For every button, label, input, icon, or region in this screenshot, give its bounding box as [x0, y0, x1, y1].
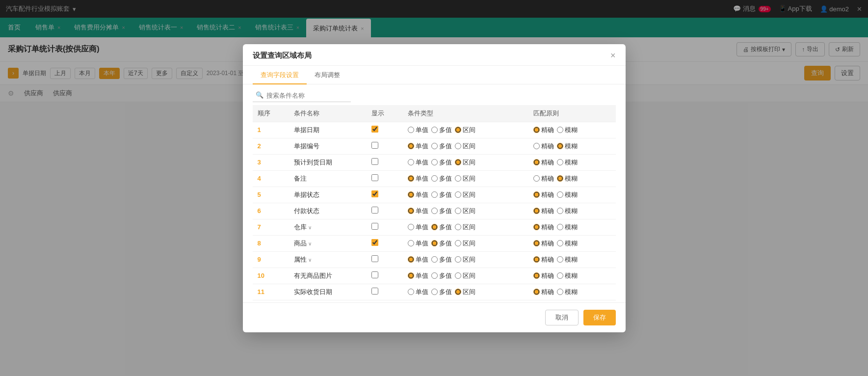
dialog-close-button[interactable]: × [610, 51, 616, 60]
tab-layout-adjust[interactable]: 布局调整 [307, 66, 348, 84]
settings-dialog: 设置查询区域布局 × 查询字段设置 布局调整 🔍 顺序 条件名称 显示 条件类型 [243, 44, 626, 103]
dialog-title: 设置查询区域布局 [253, 51, 312, 60]
dialog-header: 设置查询区域布局 × [243, 44, 626, 66]
tab-query-fields[interactable]: 查询字段设置 [253, 66, 307, 84]
search-box: 🔍 [243, 84, 626, 103]
search-icon: 🔍 [256, 91, 263, 98]
search-input[interactable] [253, 89, 351, 102]
dialog-tabs: 查询字段设置 布局调整 [243, 66, 626, 84]
modal-overlay: 设置查询区域布局 × 查询字段设置 布局调整 🔍 顺序 条件名称 显示 条件类型 [0, 0, 868, 102]
